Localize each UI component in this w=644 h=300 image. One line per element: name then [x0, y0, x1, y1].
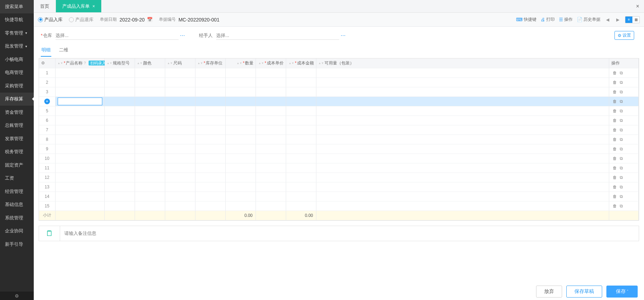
- detail-tab-detail[interactable]: 明细: [41, 45, 51, 57]
- page-prev-icon[interactable]: ◀: [605, 17, 611, 23]
- table-row[interactable]: 1🗑⧉: [39, 68, 639, 77]
- copy-icon[interactable]: ⧉: [620, 137, 623, 142]
- delete-icon[interactable]: 🗑: [613, 80, 617, 85]
- sidebar-item[interactable]: 系统管理: [0, 211, 34, 225]
- copy-icon[interactable]: ⧉: [620, 204, 623, 208]
- copy-icon[interactable]: ⧉: [620, 146, 623, 151]
- more-icon[interactable]: ⋯: [180, 33, 185, 38]
- tab-active[interactable]: 产成品入库单 ×: [56, 0, 102, 12]
- table-row[interactable]: 7🗑⧉: [39, 125, 639, 135]
- more-icon[interactable]: ⋯: [341, 33, 346, 38]
- print-link[interactable]: 🖨打印: [541, 17, 555, 23]
- tab-home[interactable]: 首页: [34, 0, 56, 12]
- table-row[interactable]: +🗑⧉: [39, 96, 639, 106]
- sidebar-item[interactable]: 批发管理▾: [0, 40, 34, 53]
- doc-date-value[interactable]: 2022-09-20: [120, 17, 145, 23]
- col-size[interactable]: ▲▼尺码: [165, 58, 195, 68]
- col-unit[interactable]: ▲▼*库存单位: [195, 58, 225, 68]
- col-qty[interactable]: ▲▼*数量: [225, 58, 256, 68]
- view-grid-icon[interactable]: ▦: [632, 17, 639, 23]
- product-input[interactable]: [58, 98, 102, 105]
- add-row-icon[interactable]: +: [44, 99, 50, 104]
- table-row[interactable]: 10🗑⧉: [39, 154, 639, 163]
- delete-icon[interactable]: 🗑: [613, 137, 617, 142]
- delete-icon[interactable]: 🗑: [613, 99, 617, 104]
- sidebar-settings-gear[interactable]: ⚙: [0, 292, 34, 300]
- remarks-input[interactable]: [60, 226, 639, 241]
- sidebar-item[interactable]: 搜索菜单: [0, 0, 34, 13]
- delete-icon[interactable]: 🗑: [613, 175, 617, 180]
- sidebar-item[interactable]: 经营管理: [0, 185, 34, 198]
- delete-icon[interactable]: 🗑: [613, 146, 617, 151]
- sidebar-item[interactable]: 新手引导: [0, 238, 34, 251]
- sidebar-item[interactable]: 总账管理: [0, 119, 34, 132]
- help-icon[interactable]: ?: [84, 61, 86, 65]
- copy-icon[interactable]: ⧉: [620, 194, 623, 199]
- copy-icon[interactable]: ⧉: [620, 118, 623, 123]
- delete-icon[interactable]: 🗑: [613, 89, 617, 94]
- delete-icon[interactable]: 🗑: [613, 194, 617, 199]
- copy-icon[interactable]: ⧉: [620, 89, 623, 94]
- close-icon[interactable]: ×: [92, 4, 95, 9]
- sidebar-item[interactable]: 资金管理: [0, 106, 34, 119]
- col-amount[interactable]: ▲▼*成本金额: [286, 58, 316, 68]
- discard-button[interactable]: 放弃: [536, 286, 562, 298]
- table-row[interactable]: 6🗑⧉: [39, 115, 639, 125]
- copy-icon[interactable]: ⧉: [620, 80, 623, 85]
- copy-icon[interactable]: ⧉: [620, 165, 623, 170]
- sidebar-item[interactable]: 固定资产: [0, 158, 34, 172]
- sidebar-item[interactable]: 采购管理: [0, 79, 34, 93]
- radio-product-out[interactable]: 产品退库: [69, 17, 94, 23]
- gear-icon[interactable]: ⚙: [41, 61, 45, 65]
- sidebar-item[interactable]: 税务管理: [0, 145, 34, 159]
- copy-icon[interactable]: ⧉: [620, 99, 623, 104]
- table-row[interactable]: 14🗑⧉: [39, 192, 639, 201]
- detail-tab-matrix[interactable]: 二维: [58, 45, 69, 57]
- table-row[interactable]: 9🗑⧉: [39, 144, 639, 154]
- radio-product-in[interactable]: 产品入库: [38, 17, 63, 23]
- delete-icon[interactable]: 🗑: [613, 108, 617, 113]
- sidebar-item[interactable]: 发票管理: [0, 132, 34, 145]
- sidebar-item[interactable]: 电商管理: [0, 66, 34, 80]
- page-next-icon[interactable]: ▶: [615, 17, 621, 23]
- delete-icon[interactable]: 🗑: [613, 204, 617, 208]
- sidebar-item[interactable]: 基础信息: [0, 198, 34, 212]
- delete-icon[interactable]: 🗑: [613, 165, 617, 170]
- col-spec[interactable]: ▲▼规格型号: [104, 58, 135, 68]
- copy-icon[interactable]: ⧉: [620, 175, 623, 180]
- col-price[interactable]: ▲▼*成本单价: [256, 58, 286, 68]
- delete-icon[interactable]: 🗑: [613, 70, 617, 75]
- sidebar-item[interactable]: 工资: [0, 172, 34, 185]
- table-row[interactable]: 2🗑⧉: [39, 77, 639, 87]
- table-row[interactable]: 8🗑⧉: [39, 135, 639, 144]
- copy-icon[interactable]: ⧉: [620, 185, 623, 189]
- table-row[interactable]: 5🗑⧉: [39, 106, 639, 115]
- table-row[interactable]: 15🗑⧉: [39, 201, 639, 211]
- delete-icon[interactable]: 🗑: [613, 127, 617, 132]
- sidebar-item[interactable]: 库存核算: [0, 93, 34, 106]
- table-row[interactable]: 3🗑⧉: [39, 87, 639, 96]
- delete-icon[interactable]: 🗑: [613, 185, 617, 189]
- col-avail[interactable]: ▲▼可用量（包装）: [316, 58, 609, 68]
- copy-icon[interactable]: ⧉: [620, 108, 623, 113]
- sidebar-item[interactable]: 零售管理▾: [0, 26, 34, 40]
- save-button[interactable]: 保存ˆ: [606, 286, 638, 298]
- save-draft-button[interactable]: 保存草稿: [566, 286, 602, 298]
- col-color[interactable]: ▲▼颜色: [135, 58, 165, 68]
- table-row[interactable]: 12🗑⧉: [39, 173, 639, 182]
- col-product[interactable]: ▲▼*产品名称 ? 扫码录入: [55, 58, 104, 68]
- table-row[interactable]: 13🗑⧉: [39, 182, 639, 192]
- copy-icon[interactable]: ⧉: [620, 70, 623, 75]
- calendar-icon[interactable]: 📅: [147, 17, 153, 22]
- handler-input[interactable]: [216, 31, 339, 40]
- sidebar-item[interactable]: 企业协同: [0, 225, 34, 238]
- sidebar-item[interactable]: 小畅电商: [0, 53, 34, 66]
- sidebar-item[interactable]: 快捷导航: [0, 13, 34, 27]
- delete-icon[interactable]: 🗑: [613, 156, 617, 161]
- copy-icon[interactable]: ⧉: [620, 156, 623, 161]
- settings-button[interactable]: ⚙ 设置: [614, 31, 634, 40]
- copy-icon[interactable]: ⧉: [620, 127, 623, 132]
- view-list-icon[interactable]: ≡: [625, 17, 632, 23]
- table-row[interactable]: 11🗑⧉: [39, 163, 639, 173]
- history-link[interactable]: 📄历史单据: [577, 17, 600, 23]
